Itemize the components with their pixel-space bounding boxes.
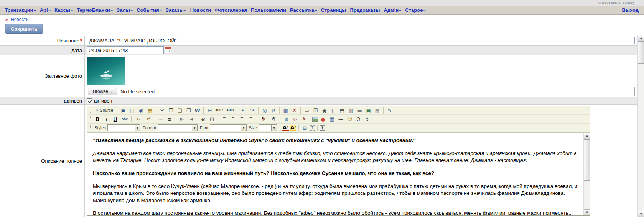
editor-scroll-thumb[interactable]: [584, 139, 590, 181]
select-all-icon[interactable]: ▩: [282, 107, 290, 114]
superscript-icon[interactable]: x²: [143, 116, 153, 123]
menu-item-api[interactable]: Api»: [40, 7, 51, 14]
bulleted-list-icon[interactable]: ≡: [166, 116, 174, 123]
font-combo-arrow-icon[interactable]: ▼: [241, 125, 246, 131]
smiley-icon[interactable]: ☺: [346, 116, 354, 123]
active-checkbox[interactable]: [87, 98, 92, 103]
text-color-icon[interactable]: A: [282, 125, 289, 131]
anchor-icon[interactable]: ⚑: [300, 116, 308, 123]
menu-item-predzakazy[interactable]: Предзаказы: [350, 7, 380, 14]
replace-icon[interactable]: ⇄: [269, 107, 277, 114]
menu-item-novosti[interactable]: Новости: [190, 7, 211, 14]
paste-text-icon[interactable]: ❒: [184, 107, 193, 114]
cut-icon[interactable]: ✂: [158, 107, 166, 114]
browse-button[interactable]: Browse...: [88, 88, 117, 95]
menu-item-transakcii[interactable]: Транзакции»: [5, 7, 36, 14]
toolbar-grip[interactable]: [90, 116, 91, 122]
align-right-icon[interactable]: Ξ: [238, 116, 246, 123]
page-scroll-up-icon[interactable]: ▲: [638, 35, 644, 41]
link-icon[interactable]: ⊕: [282, 116, 290, 123]
numbered-list-icon[interactable]: ≣: [157, 116, 165, 123]
copy-icon[interactable]: ❐: [167, 107, 175, 114]
bold-icon[interactable]: B: [94, 116, 102, 123]
spellcheck-icon[interactable]: ABC✓: [214, 107, 224, 114]
new-page-icon[interactable]: □: [128, 107, 136, 114]
text-field-icon[interactable]: ▯: [329, 107, 337, 114]
image-icon[interactable]: [312, 117, 318, 122]
flash-icon[interactable]: ●: [319, 116, 327, 123]
scayt-icon[interactable]: ABC▾: [225, 107, 235, 114]
templates-icon[interactable]: ▦: [146, 107, 154, 114]
title-input[interactable]: [87, 37, 635, 44]
blockquote-icon[interactable]: “: [199, 116, 207, 123]
styles-combo-arrow-icon[interactable]: ▼: [135, 125, 140, 131]
page-scroll-thumb[interactable]: [638, 41, 644, 64]
horizontal-rule-icon[interactable]: —: [337, 116, 345, 123]
toolbar-grip[interactable]: [90, 108, 91, 113]
redo-icon[interactable]: ↷: [248, 107, 256, 114]
file-input[interactable]: Browse... No file selected.: [87, 87, 635, 96]
editor-scroll-up-icon[interactable]: ▲: [584, 133, 590, 139]
editor-content[interactable]: "Известная певица рассказала в эксклюзив…: [87, 133, 590, 215]
special-char-icon[interactable]: Ω: [354, 116, 362, 123]
align-center-icon[interactable]: Ξ: [229, 116, 237, 123]
menu-item-polzovateli[interactable]: Пользователи: [251, 7, 286, 14]
underline-icon[interactable]: U: [111, 116, 119, 123]
subscript-icon[interactable]: x₂: [133, 116, 143, 123]
remove-format-icon[interactable]: ✘: [290, 107, 298, 114]
maximize-icon[interactable]: ⊞: [301, 124, 309, 132]
toolbar-grip[interactable]: [90, 125, 91, 131]
select-field-icon[interactable]: ▥: [347, 107, 355, 114]
table-icon[interactable]: ▦: [328, 116, 336, 123]
source-button[interactable]: Source: [93, 107, 115, 113]
size-combo-arrow-icon[interactable]: ▼: [271, 125, 277, 131]
menu-item-kassy[interactable]: Кассы»: [54, 7, 73, 14]
div-container-icon[interactable]: ⊡: [208, 116, 216, 123]
checkbox-icon[interactable]: ☑: [311, 107, 320, 114]
about-icon[interactable]: ?: [320, 125, 325, 131]
save-icon[interactable]: ▣: [119, 107, 127, 114]
background-color-icon[interactable]: A: [290, 125, 296, 131]
calendar-icon[interactable]: [165, 47, 171, 53]
date-input[interactable]: [87, 46, 164, 54]
menu-item-admin[interactable]: Адмін»: [384, 7, 401, 14]
italic-icon[interactable]: I: [102, 116, 110, 123]
format-combo[interactable]: ▼: [158, 124, 198, 131]
logout-link[interactable]: Выход: [622, 7, 639, 14]
align-left-icon[interactable]: Ξ: [220, 116, 228, 123]
page-scrollbar[interactable]: ▲ ▼: [637, 35, 644, 217]
indent-icon[interactable]: ⇥: [187, 116, 195, 123]
radio-icon[interactable]: ◉: [320, 107, 328, 114]
breadcrumb-link-novosti[interactable]: Новости: [11, 17, 28, 22]
image-button-icon[interactable]: ▣: [364, 107, 372, 114]
size-combo[interactable]: ▼: [259, 124, 277, 131]
justify-icon[interactable]: Ξ: [247, 116, 255, 123]
format-combo-arrow-icon[interactable]: ▼: [192, 125, 197, 131]
menu-item-termoblanki[interactable]: ТермоБланки»: [77, 7, 113, 14]
unlink-icon[interactable]: ⊘: [291, 116, 299, 123]
menu-item-staroe[interactable]: Старое»: [405, 7, 425, 14]
page-break-icon[interactable]: ⇟: [363, 116, 371, 123]
doc-props-icon[interactable]: ✎: [385, 107, 394, 114]
font-combo[interactable]: ▼: [210, 124, 247, 131]
menu-item-zakazy[interactable]: Заказы»: [166, 7, 186, 14]
button-icon[interactable]: ▬: [356, 107, 364, 114]
save-button[interactable]: Сохранить: [5, 24, 43, 34]
editor-scrollbar[interactable]: ▲ ▼: [583, 133, 590, 215]
menu-item-zaly[interactable]: Залы»: [117, 7, 133, 14]
page-scroll-down-icon[interactable]: ▼: [638, 211, 644, 217]
menu-item-stranicy[interactable]: Страницы: [321, 7, 346, 14]
show-blocks-icon[interactable]: ¶: [310, 125, 315, 131]
textarea-icon[interactable]: ▤: [338, 107, 346, 114]
outdent-icon[interactable]: ⇤: [178, 116, 186, 123]
form-icon[interactable]: ▭: [303, 107, 311, 114]
preview-icon[interactable]: ◉: [137, 107, 145, 114]
undo-icon[interactable]: ↶: [239, 107, 247, 114]
hidden-field-icon[interactable]: ▦: [373, 107, 381, 114]
paste-icon[interactable]: ❑: [176, 107, 184, 114]
bidi-rtl-icon[interactable]: ‹¶: [269, 116, 278, 123]
menu-item-rassylka[interactable]: Рассылка»: [290, 7, 317, 14]
find-icon[interactable]: ◎: [260, 107, 268, 114]
menu-item-sobytiya[interactable]: События»: [137, 7, 162, 14]
paste-word-icon[interactable]: W: [193, 107, 201, 114]
